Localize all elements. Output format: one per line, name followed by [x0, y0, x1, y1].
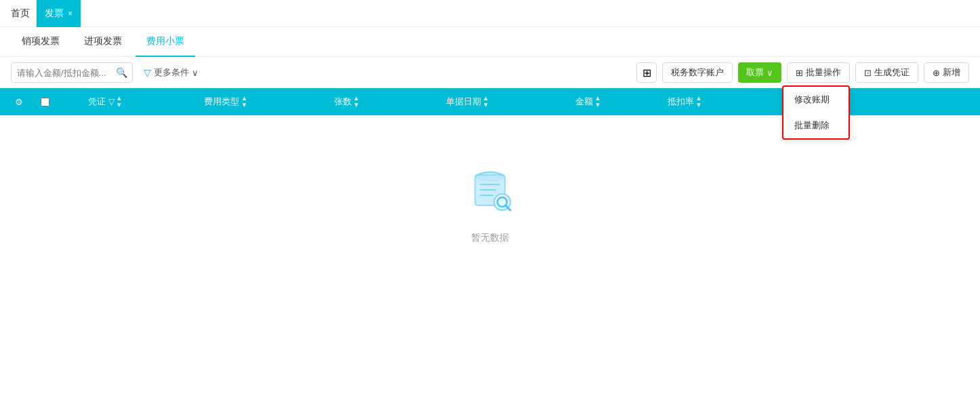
- col-expense-sort-icon[interactable]: ▲▼: [241, 95, 247, 108]
- batch-label: 批量操作: [806, 66, 841, 79]
- add-label: 新增: [943, 66, 960, 79]
- home-link[interactable]: 首页: [11, 7, 37, 20]
- filter-label: 更多条件: [154, 66, 189, 79]
- settings-icon[interactable]: ⚙: [9, 92, 29, 112]
- select-all-checkbox[interactable]: [41, 98, 49, 106]
- toolbar: 🔍 ▽ 更多条件 ∨ ⊞ 税务数字账户 取票 ∨ ⊞ 批量操作: [0, 57, 980, 88]
- generate-voucher-label: 生成凭证: [874, 66, 910, 79]
- tab-expense-label: 费用小票: [146, 35, 184, 47]
- close-tab-icon[interactable]: ×: [68, 9, 73, 18]
- empty-state-text: 暂无数据: [471, 232, 509, 244]
- col-date-sort-icon[interactable]: ▲▼: [483, 95, 489, 108]
- empty-state-icon: [456, 156, 524, 224]
- search-wrap: 🔍: [11, 62, 133, 83]
- add-icon: ⊕: [933, 68, 940, 78]
- col-amount-label: 金额: [575, 96, 593, 108]
- col-expense-label: 费用类型: [204, 96, 239, 108]
- col-expense-type: 费用类型 ▲▼: [154, 95, 299, 108]
- add-button[interactable]: ⊕ 新增: [924, 62, 969, 83]
- qrcode-icon: ⊞: [642, 66, 651, 79]
- col-voucher-sort-icon[interactable]: ▲▼: [116, 95, 123, 108]
- tab-sales[interactable]: 销项发票: [11, 27, 70, 57]
- active-tab-label: 发票: [45, 7, 64, 20]
- toolbar-left: 🔍 ▽ 更多条件 ∨: [11, 62, 204, 83]
- filter-funnel-icon: ▽: [144, 67, 151, 78]
- active-tab[interactable]: 发票 ×: [37, 0, 81, 27]
- col-date: 单据日期 ▲▼: [395, 95, 540, 108]
- sub-tabs: 销项发票 进项发票 费用小票: [0, 27, 980, 57]
- dropdown-item-modify-period[interactable]: 修改账期: [783, 87, 849, 113]
- col-count-sort-icon[interactable]: ▲▼: [353, 95, 360, 108]
- tab-income[interactable]: 进项发票: [73, 27, 133, 57]
- tab-sales-label: 销项发票: [22, 35, 60, 47]
- col-deduction-rate-sort-icon[interactable]: ▲▼: [695, 95, 702, 108]
- col-settings: ⚙: [5, 92, 33, 112]
- filter-button[interactable]: ▽ 更多条件 ∨: [138, 64, 204, 81]
- tax-account-button[interactable]: 税务数字账户: [662, 62, 733, 83]
- main-container: 销项发票 进项发票 费用小票 🔍 ▽ 更多条件 ∨ ⊞ 税务数: [0, 27, 980, 396]
- col-voucher: 凭证 ▽ ▲▼: [57, 95, 154, 108]
- dropdown-item-batch-delete[interactable]: 批量删除: [783, 113, 849, 138]
- take-ticket-label: 取票: [746, 66, 764, 79]
- search-icon: 🔍: [116, 67, 127, 78]
- col-amount-sort-icon[interactable]: ▲▼: [594, 95, 601, 108]
- col-amount: 金额 ▲▼: [540, 95, 637, 108]
- top-nav: 首页 发票 ×: [0, 0, 980, 27]
- toolbar-right: ⊞ 税务数字账户 取票 ∨ ⊞ 批量操作 修改账期 批量删除: [636, 62, 969, 83]
- take-ticket-chevron-icon: ∨: [767, 68, 773, 78]
- col-count: 张数 ▲▼: [298, 95, 395, 108]
- qrcode-button[interactable]: ⊞: [636, 62, 657, 83]
- tab-expense[interactable]: 费用小票: [136, 27, 195, 57]
- take-ticket-button[interactable]: 取票 ∨: [738, 62, 781, 83]
- search-input[interactable]: [11, 62, 133, 83]
- batch-dropdown-menu: 修改账期 批量删除: [782, 85, 850, 140]
- col-voucher-label: 凭证: [88, 96, 106, 108]
- tax-account-label: 税务数字账户: [671, 66, 724, 79]
- generate-voucher-button[interactable]: ⊡ 生成凭证: [855, 62, 918, 83]
- col-date-label: 单据日期: [446, 96, 481, 108]
- batch-btn-wrap: ⊞ 批量操作 修改账期 批量删除: [787, 62, 850, 83]
- col-deduction-rate: 抵扣率 ▲▼: [636, 95, 733, 108]
- batch-button[interactable]: ⊞ 批量操作: [787, 62, 850, 83]
- col-count-label: 张数: [334, 96, 352, 108]
- col-voucher-filter-icon[interactable]: ▽: [108, 97, 115, 106]
- col-check[interactable]: [33, 98, 57, 106]
- generate-voucher-icon: ⊡: [864, 68, 872, 78]
- col-deduction-rate-label: 抵扣率: [668, 96, 694, 108]
- batch-op-icon: ⊞: [796, 68, 803, 78]
- tab-income-label: 进项发票: [84, 35, 122, 47]
- filter-chevron-icon: ∨: [192, 68, 199, 78]
